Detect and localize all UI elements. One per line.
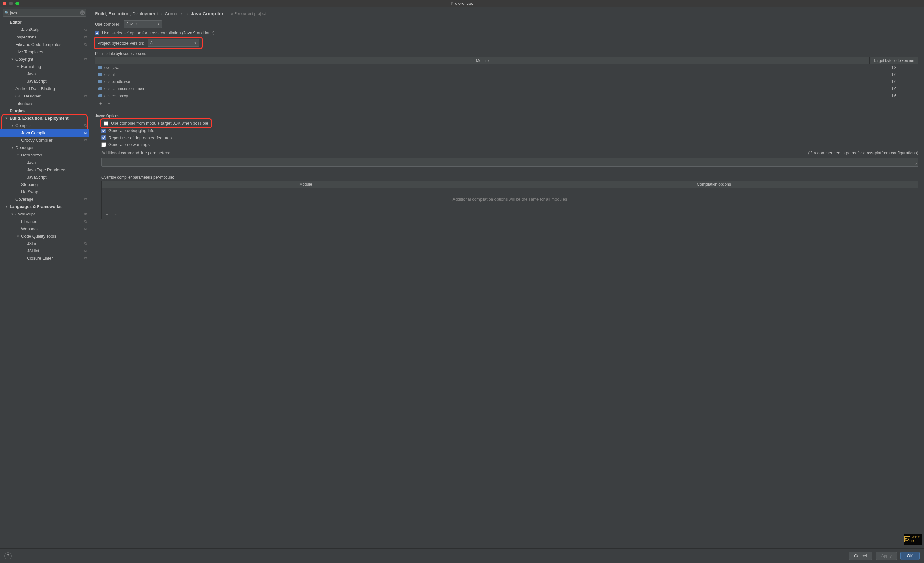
tree-item[interactable]: Java Compiler⧉ <box>0 129 89 136</box>
tree-item[interactable]: ▼Compiler⧉ <box>0 122 89 129</box>
tree-item[interactable]: Groovy Compiler⧉ <box>0 136 89 144</box>
tree-item-label: JavaScript <box>27 79 87 84</box>
project-bytecode-select[interactable]: 8 ▼ <box>148 39 199 47</box>
override-module-table: Module Compilation options Additional co… <box>101 181 918 219</box>
tree-item[interactable]: Coverage⧉ <box>0 196 89 203</box>
chevron-down-icon: ▼ <box>158 23 160 25</box>
table-header-module[interactable]: Module <box>95 57 870 64</box>
tree-item[interactable]: JavaScript⧉ <box>0 26 89 33</box>
settings-search: 🔍 ✕ <box>3 9 86 16</box>
target-bytecode-cell[interactable]: 1.8 <box>870 65 918 70</box>
table-header-compilation-options[interactable]: Compilation options <box>510 181 918 187</box>
table-row[interactable]: ebs.ecs.proxy1.6 <box>95 92 918 99</box>
module-name: ebs.ecs.proxy <box>104 94 128 98</box>
tree-item-label: Build, Execution, Deployment <box>10 116 87 121</box>
javac-option-checkbox[interactable]: Use compiler from module target JDK when… <box>104 121 208 126</box>
target-bytecode-cell[interactable]: 1.6 <box>870 72 918 77</box>
tree-item-label: Debugger <box>15 145 87 150</box>
tree-item[interactable]: Stepping <box>0 181 89 188</box>
table-header-module[interactable]: Module <box>102 181 510 187</box>
folder-icon <box>98 73 102 76</box>
javac-option-checkbox[interactable]: Report use of deprecated features <box>101 135 172 140</box>
tree-item[interactable]: HotSwap <box>0 188 89 196</box>
disclosure-icon: ▼ <box>10 124 14 127</box>
disclosure-icon: ▼ <box>10 146 14 150</box>
tree-item[interactable]: ▼Data Views <box>0 151 89 159</box>
tree-item[interactable]: ▼Formatting <box>0 63 89 70</box>
tree-item-label: Copyright <box>15 57 83 61</box>
table-row[interactable]: ebs.bundle.war1.6 <box>95 78 918 85</box>
table-row[interactable]: cool.java1.8 <box>95 64 918 71</box>
project-scope-icon: ⧉ <box>84 197 87 201</box>
release-option-checkbox[interactable]: Use '--release' option for cross-compila… <box>95 30 214 35</box>
tree-item[interactable]: Java <box>0 70 89 78</box>
tree-item[interactable]: Libraries⧉ <box>0 218 89 225</box>
disclosure-icon: ▼ <box>16 235 20 238</box>
add-module-icon[interactable]: ＋ <box>99 101 103 106</box>
tree-item-label: JavaScript <box>27 175 87 180</box>
tree-item[interactable]: Webpack⧉ <box>0 225 89 232</box>
tree-item[interactable]: Inspections⧉ <box>0 33 89 41</box>
table-header-target[interactable]: Target bytecode version <box>870 57 918 64</box>
chevron-down-icon: ▼ <box>194 42 196 45</box>
tree-item-label: Stepping <box>21 182 87 187</box>
folder-icon <box>98 87 102 90</box>
disclosure-icon: ▼ <box>16 154 20 157</box>
clear-search-icon[interactable]: ✕ <box>80 10 85 15</box>
project-scope-icon: ⧉ <box>84 123 87 127</box>
titlebar: Preferences <box>0 0 924 7</box>
tree-item[interactable]: ▼Debugger <box>0 144 89 151</box>
breadcrumb-item[interactable]: Build, Execution, Deployment <box>95 11 158 16</box>
tree-item[interactable]: ▼Code Quality Tools <box>0 232 89 240</box>
javac-option-checkbox[interactable]: Generate no warnings <box>101 142 150 147</box>
tree-item[interactable]: GUI Designer⧉ <box>0 92 89 100</box>
help-button[interactable]: ? <box>4 553 12 560</box>
tree-item[interactable]: JSHint⧉ <box>0 247 89 255</box>
target-bytecode-cell[interactable]: 1.6 <box>870 94 918 98</box>
module-name: ebs.all <box>104 72 116 77</box>
project-scope-icon: ⧉ <box>84 131 87 135</box>
tree-item[interactable]: JavaScript <box>0 174 89 181</box>
tree-item-label: Plugins <box>10 108 87 113</box>
window-close-icon[interactable] <box>3 1 6 6</box>
tree-item-label: Libraries <box>21 219 83 224</box>
tree-item-label: Closure Linter <box>27 256 83 261</box>
target-bytecode-cell[interactable]: 1.6 <box>870 79 918 84</box>
remove-module-icon[interactable]: － <box>107 101 111 106</box>
expand-field-icon[interactable]: ⤢ <box>914 162 917 166</box>
ok-button[interactable]: OK <box>900 552 920 560</box>
tree-item[interactable]: Java Type Renderers <box>0 166 89 174</box>
tree-item[interactable]: Live Templates <box>0 48 89 55</box>
tree-item[interactable]: Android Data Binding <box>0 85 89 92</box>
project-scope-icon: ⧉ <box>84 227 87 231</box>
tree-item[interactable]: Intentions <box>0 100 89 107</box>
table-row[interactable]: ebs.commons.common1.6 <box>95 85 918 92</box>
tree-item[interactable]: ▼Copyright⧉ <box>0 55 89 63</box>
tree-item-label: Intentions <box>15 101 87 106</box>
tree-item[interactable]: Java <box>0 159 89 166</box>
tree-item[interactable]: ▼JavaScript⧉ <box>0 210 89 218</box>
settings-tree[interactable]: EditorJavaScript⧉Inspections⧉File and Co… <box>0 19 89 548</box>
tree-item[interactable]: Closure Linter⧉ <box>0 255 89 262</box>
tree-item[interactable]: Plugins <box>0 107 89 114</box>
tree-item[interactable]: ▼Build, Execution, Deployment <box>0 114 89 122</box>
add-override-icon[interactable]: ＋ <box>105 212 110 218</box>
addl-params-input[interactable]: ⤢ <box>101 158 918 167</box>
tree-item[interactable]: Editor <box>0 19 89 26</box>
tree-item[interactable]: JSLint⧉ <box>0 240 89 247</box>
use-compiler-select[interactable]: Javac ▼ <box>123 20 162 28</box>
target-bytecode-cell[interactable]: 1.6 <box>870 87 918 91</box>
tree-item-label: Data Views <box>21 153 87 157</box>
search-input[interactable] <box>3 9 86 16</box>
project-scope-icon: ⧉ <box>84 241 87 246</box>
tree-item-label: Compiler <box>15 123 83 128</box>
tree-item[interactable]: JavaScript <box>0 78 89 85</box>
breadcrumb-item[interactable]: Compiler <box>165 11 184 16</box>
tree-item[interactable]: File and Code Templates⧉ <box>0 41 89 48</box>
javac-option-checkbox[interactable]: Generate debugging info <box>101 128 154 133</box>
tree-item[interactable]: ▼Languages & Frameworks <box>0 203 89 210</box>
tree-item-label: Editor <box>10 20 87 25</box>
cancel-button[interactable]: Cancel <box>849 552 872 560</box>
window-maximize-icon[interactable] <box>15 1 19 6</box>
table-row[interactable]: ebs.all1.6 <box>95 71 918 78</box>
